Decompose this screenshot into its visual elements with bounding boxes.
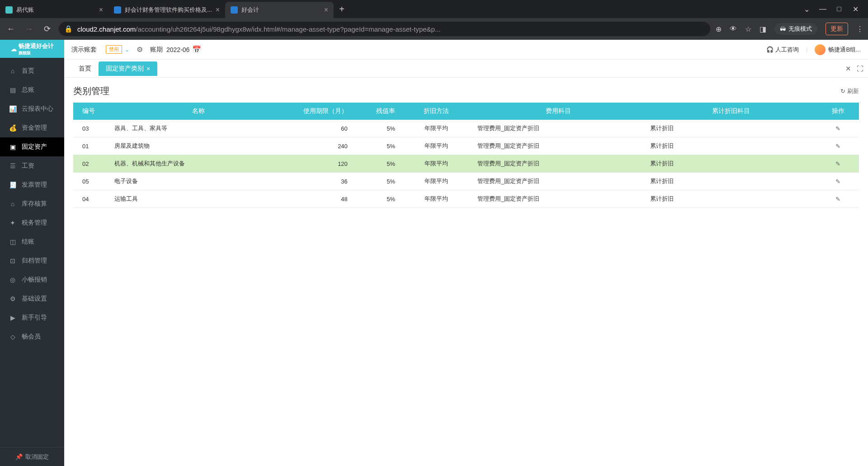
- sidebar-item-9[interactable]: ◫结账: [0, 232, 64, 251]
- sidebar-item-10[interactable]: ⊡归档管理: [0, 251, 64, 270]
- sidebar-item-14[interactable]: ◇畅会员: [0, 327, 64, 346]
- content-area: 类别管理 ↻ 刷新 编号 名称 使用期限（月） 残值率 折旧方法 费用科目: [64, 78, 868, 466]
- tab-close-2[interactable]: ×: [324, 6, 328, 14]
- tab-title-2: 好会计: [241, 6, 321, 14]
- sidebar-item-label: 工资: [22, 162, 34, 170]
- period-value[interactable]: 2022-06: [166, 46, 189, 53]
- url-input[interactable]: 🔒 cloud2.chanjet.com/accounting/uh26t264…: [59, 22, 710, 36]
- topbar-right: 🎧 人工咨询 | 畅捷通B组...: [766, 44, 861, 55]
- cell-name: 器具、工具、家具等: [109, 120, 288, 137]
- zoom-icon[interactable]: ⊕: [716, 25, 722, 33]
- window-close[interactable]: ✕: [852, 5, 859, 14]
- edit-icon[interactable]: ✎: [835, 143, 840, 150]
- th-expense: 费用科目: [472, 103, 645, 120]
- refresh-button[interactable]: ↻ 刷新: [840, 87, 859, 95]
- sidebar-item-3[interactable]: 💰资金管理: [0, 118, 64, 137]
- sidebar-pin-toggle[interactable]: 📌 取消固定: [0, 447, 64, 466]
- incognito-label: 无痕模式: [788, 25, 812, 33]
- sidebar-item-13[interactable]: ▶新手引导: [0, 308, 64, 327]
- sidebar-item-12[interactable]: ⚙基础设置: [0, 289, 64, 308]
- sidebar-item-5[interactable]: ☰工资: [0, 156, 64, 175]
- sidebar-item-7[interactable]: ⌂库存核算: [0, 194, 64, 213]
- sidebar-item-label: 发票管理: [22, 181, 47, 189]
- tab-close-0[interactable]: ×: [99, 6, 103, 14]
- sidebar-item-0[interactable]: ⌂首页: [0, 61, 64, 80]
- back-button[interactable]: ←: [5, 24, 17, 34]
- window-minimize[interactable]: —: [819, 5, 826, 14]
- cell-depr: 累计折旧: [645, 120, 817, 137]
- cell-expense: 管理费用_固定资产折旧: [472, 173, 645, 190]
- cell-name: 房屋及建筑物: [109, 137, 288, 155]
- user-menu[interactable]: 畅捷通B组...: [815, 44, 861, 55]
- extensions-icon[interactable]: ◨: [760, 25, 766, 33]
- account-dropdown-icon[interactable]: ⌄: [125, 47, 129, 53]
- edit-icon[interactable]: ✎: [835, 196, 840, 202]
- edit-icon[interactable]: ✎: [835, 160, 840, 167]
- sidebar-item-icon: ☰: [9, 162, 16, 169]
- th-name: 名称: [109, 103, 288, 120]
- sidebar-item-2[interactable]: 📊云报表中心: [0, 99, 64, 118]
- browser-tab-1[interactable]: 好会计财务管理软件购买价格及... ×: [108, 2, 225, 18]
- table-row[interactable]: 04运输工具485%年限平均管理费用_固定资产折旧累计折旧✎: [73, 190, 859, 208]
- edit-icon[interactable]: ✎: [835, 125, 840, 132]
- logo[interactable]: ☁ 畅捷通好会计 旗舰版: [0, 40, 64, 58]
- fullscreen-icon[interactable]: ⛶: [857, 65, 863, 72]
- table-row[interactable]: 02机器、机械和其他生产设备1205%年限平均管理费用_固定资产折旧累计折旧✎: [73, 155, 859, 173]
- table-header-row: 编号 名称 使用期限（月） 残值率 折旧方法 费用科目 累计折旧科目 操作: [73, 103, 859, 120]
- sidebar-item-6[interactable]: 🧾发票管理: [0, 175, 64, 194]
- sidebar-item-icon: ◫: [9, 238, 16, 245]
- browser-tab-2[interactable]: 好会计 ×: [225, 2, 334, 18]
- browser-tab-0[interactable]: 易代账 ×: [0, 2, 108, 18]
- pin-icon: 📌: [15, 453, 23, 460]
- sidebar-item-icon: ⚙: [9, 295, 16, 302]
- table-row[interactable]: 01房屋及建筑物2405%年限平均管理费用_固定资产折旧累计折旧✎: [73, 137, 859, 155]
- sidebar-item-icon: ⌂: [9, 67, 16, 75]
- window-dropdown[interactable]: ⌄: [803, 5, 810, 14]
- sidebar-item-1[interactable]: ▤总账: [0, 80, 64, 99]
- cell-life: 240: [288, 137, 353, 155]
- calendar-icon[interactable]: 📅: [192, 45, 201, 54]
- sidebar-item-label: 总账: [22, 86, 34, 94]
- sidebar-item-label: 资金管理: [22, 124, 47, 132]
- table-row[interactable]: 05电子设备365%年限平均管理费用_固定资产折旧累计折旧✎: [73, 173, 859, 190]
- sidebar-item-11[interactable]: ◎小畅报销: [0, 270, 64, 289]
- sidebar-item-4[interactable]: ▣固定资产: [0, 137, 64, 156]
- support-label: 人工咨询: [775, 46, 799, 54]
- forward-button[interactable]: →: [23, 24, 35, 34]
- sidebar-item-label: 归档管理: [22, 257, 47, 265]
- cell-life: 36: [288, 173, 353, 190]
- incognito-badge[interactable]: 🕶 无痕模式: [774, 23, 817, 35]
- settings-gear-icon[interactable]: ⚙: [137, 45, 143, 54]
- eye-off-icon[interactable]: 👁: [730, 25, 737, 33]
- cell-life: 48: [288, 190, 353, 208]
- sidebar-item-icon: ⊡: [9, 257, 16, 264]
- window-maximize[interactable]: □: [835, 5, 843, 14]
- account-name[interactable]: 演示账套: [71, 46, 97, 54]
- sidebar-item-8[interactable]: ✦税务管理: [0, 213, 64, 232]
- close-all-tabs-icon[interactable]: ✕: [845, 65, 851, 73]
- th-operation: 操作: [817, 103, 859, 120]
- new-tab-button[interactable]: +: [334, 4, 350, 14]
- table-row[interactable]: 03器具、工具、家具等605%年限平均管理费用_固定资产折旧累计折旧✎: [73, 120, 859, 137]
- menu-icon[interactable]: ⋮: [856, 25, 863, 33]
- sidebar-item-icon: ◎: [9, 276, 16, 283]
- headset-icon: 🎧: [766, 46, 774, 53]
- cell-op: ✎: [817, 137, 859, 155]
- page-tab-home[interactable]: 首页: [71, 61, 99, 76]
- cell-expense: 管理费用_固定资产折旧: [472, 155, 645, 173]
- update-button[interactable]: 更新: [826, 23, 848, 35]
- support-link[interactable]: 🎧 人工咨询: [766, 46, 799, 54]
- cell-op: ✎: [817, 190, 859, 208]
- page-tab-close-icon[interactable]: ×: [146, 65, 150, 72]
- star-icon[interactable]: ☆: [745, 25, 751, 33]
- th-rate: 残值率: [353, 103, 401, 120]
- cloud-icon: ☁: [11, 46, 17, 52]
- reload-button[interactable]: ⟳: [41, 24, 53, 34]
- sidebar-item-icon: ⌂: [9, 200, 16, 207]
- cell-life: 120: [288, 155, 353, 173]
- tab-close-1[interactable]: ×: [216, 6, 220, 14]
- page-tab-asset-type[interactable]: 固定资产类别 ×: [99, 61, 157, 76]
- edit-icon[interactable]: ✎: [835, 178, 840, 185]
- th-code: 编号: [73, 103, 109, 120]
- sidebar-item-label: 云报表中心: [22, 105, 53, 113]
